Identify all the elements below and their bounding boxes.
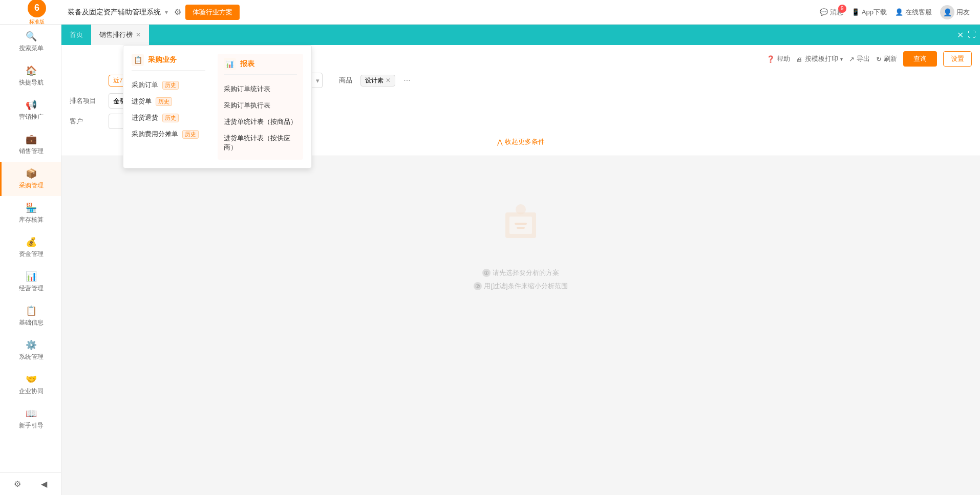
collapse-up-icon: ⋀ <box>497 138 503 146</box>
query-button[interactable]: 查询 <box>903 51 937 67</box>
tab-home[interactable]: 首页 <box>61 25 91 45</box>
logo-icon: 6 <box>28 0 46 17</box>
sidebar-item-basic-info[interactable]: 📋 基础信息 <box>0 299 61 333</box>
guide-icon: 📖 <box>26 408 37 419</box>
menu-item-incoming-stat-product[interactable]: 进货单统计表（按商品） <box>224 114 297 130</box>
enterprise-icon: 🤝 <box>26 374 37 385</box>
system-icon: ⚙️ <box>26 339 37 351</box>
sidebar-item-finance[interactable]: 💰 资金管理 <box>0 230 61 265</box>
collapse-label: 收起更多条件 <box>505 137 545 146</box>
rank-item-label: 排名项目 <box>70 96 100 105</box>
print-arrow: ▾ <box>840 56 843 62</box>
sidebar-item-enterprise[interactable]: 🤝 企业协同 <box>0 368 61 402</box>
help-action[interactable]: ❓ 帮助 <box>766 54 790 63</box>
refresh-action[interactable]: ↻ 刷新 <box>876 54 897 63</box>
purchase-order-stat-label: 采购订单统计表 <box>224 84 270 94</box>
product-tag-value: 设计素 <box>365 76 384 85</box>
product-more[interactable]: ··· <box>403 76 410 85</box>
refresh-label: 刷新 <box>884 54 897 63</box>
top-header: 6 标准版 装备及固定资产辅助管理系统 ▾ ⚙ 体验行业方案 💬 消息 9 📱 … <box>0 0 980 25</box>
empty-tip-2: ② 用[过滤]条件来缩小分析范围 <box>474 282 567 291</box>
sidebar-label-basic-info: 基础信息 <box>19 318 44 327</box>
sidebar-bottom: ⚙ ◀ <box>0 472 61 495</box>
tab-close-all-icon[interactable]: ✕ <box>957 30 964 40</box>
print-icon: 🖨 <box>796 55 803 63</box>
online-service-action[interactable]: 👤 在线客服 <box>895 8 932 17</box>
sidebar-item-guide[interactable]: 📖 新手引导 <box>0 402 61 436</box>
return-history: 历史 <box>162 114 179 122</box>
expense-label: 采购费用分摊单 <box>132 130 178 139</box>
export-action[interactable]: ↗ 导出 <box>849 54 870 63</box>
menu-item-purchase-order-exec[interactable]: 采购订单执行表 <box>224 97 297 114</box>
sidebar-item-sales[interactable]: 💼 销售管理 <box>0 127 61 162</box>
finance-icon: 💰 <box>26 236 37 248</box>
empty-tip-2-text: 用[过滤]条件来缩小分析范围 <box>484 282 567 291</box>
empty-state: ① 请先选择要分析的方案 ② 用[过滤]条件来缩小分析范围 <box>61 156 980 334</box>
purchase-icon: 📦 <box>26 168 37 179</box>
message-badge: 9 <box>838 5 846 13</box>
home-icon: 🏠 <box>26 65 37 76</box>
operations-icon: 📊 <box>26 271 37 282</box>
help-icon: ❓ <box>766 55 775 63</box>
incoming-stat-supplier-label: 进货单统计表（按供应商） <box>224 134 297 152</box>
sidebar-settings-icon[interactable]: ⚙ <box>14 479 21 489</box>
sidebar-item-quick-nav[interactable]: 🏠 快捷导航 <box>0 59 61 93</box>
message-action[interactable]: 💬 消息 9 <box>820 8 843 17</box>
sidebar-label-search: 搜索菜单 <box>19 44 44 53</box>
sidebar-collapse-icon[interactable]: ◀ <box>41 479 47 489</box>
purchase-order-history: 历史 <box>162 81 179 90</box>
tab-bar-right: ✕ ⛶ <box>957 30 980 40</box>
return-label: 进货退货 <box>132 113 158 122</box>
svg-point-2 <box>516 204 526 214</box>
sidebar-label-quick-nav: 快捷导航 <box>19 78 44 87</box>
message-icon: 💬 <box>820 8 828 16</box>
app-download-action[interactable]: 📱 App下载 <box>851 8 887 17</box>
incoming-label: 进货单 <box>132 97 152 106</box>
system-dropdown-arrow[interactable]: ▾ <box>165 9 168 16</box>
sidebar-item-system[interactable]: ⚙️ 系统管理 <box>0 333 61 368</box>
purchase-col-title: 采购业务 <box>148 55 177 64</box>
report-col: 📊 报表 采购订单统计表 采购订单执行表 进货单统计表（按商品） 进货单统计表（… <box>218 54 304 160</box>
online-service-label: 在线客服 <box>905 8 932 17</box>
purchase-col-header: 📋 采购业务 <box>132 54 205 71</box>
svg-rect-1 <box>509 217 532 234</box>
tab-home-label: 首页 <box>70 30 83 39</box>
print-label: 按模板打印 <box>805 54 838 63</box>
sidebar-item-purchase[interactable]: 📦 采购管理 <box>0 162 61 196</box>
sidebar-item-inventory[interactable]: 🏪 库存核算 <box>0 196 61 230</box>
empty-icon <box>495 197 546 258</box>
setting-button[interactable]: 设置 <box>943 51 972 67</box>
logo-subtext: 标准版 <box>29 18 45 26</box>
sidebar-item-operations[interactable]: 📊 经营管理 <box>0 265 61 299</box>
empty-tip-1-text: 请先选择要分析的方案 <box>493 268 559 277</box>
experience-btn[interactable]: 体验行业方案 <box>185 5 240 20</box>
incoming-history: 历史 <box>156 97 172 106</box>
content-area: 首页 销售排行榜 ✕ ✕ ⛶ ❓ 帮助 <box>61 25 980 495</box>
settings-icon[interactable]: ⚙ <box>174 7 181 17</box>
menu-item-incoming-stat-supplier[interactable]: 进货单统计表（按供应商） <box>224 130 297 156</box>
tab-bar: 首页 销售排行榜 ✕ ✕ ⛶ <box>61 25 980 45</box>
product-tag-close[interactable]: ✕ <box>386 77 391 84</box>
menu-item-incoming[interactable]: 进货单 历史 <box>132 93 205 110</box>
help-label: 帮助 <box>777 54 790 63</box>
sidebar-item-marketing[interactable]: 📢 营销推广 <box>0 93 61 127</box>
menu-item-return[interactable]: 进货退货 历史 <box>132 110 205 126</box>
tab-expand-icon[interactable]: ⛶ <box>968 30 976 39</box>
print-action[interactable]: 🖨 按模板打印 ▾ <box>796 54 843 63</box>
menu-item-purchase-order[interactable]: 采购订单 历史 <box>132 77 205 93</box>
sidebar-label-marketing: 营销推广 <box>19 113 44 121</box>
sidebar-item-search[interactable]: 🔍 搜索菜单 <box>0 25 61 59</box>
phone-icon: 📱 <box>851 8 860 16</box>
purchase-dropdown: 📋 采购业务 采购订单 历史 进货单 历史 进货退货 历史 <box>123 45 312 168</box>
header-middle: 装备及固定资产辅助管理系统 ▾ ⚙ 体验行业方案 <box>68 5 820 20</box>
marketing-icon: 📢 <box>26 99 37 111</box>
tab-close-icon[interactable]: ✕ <box>136 31 141 38</box>
menu-item-purchase-order-stat[interactable]: 采购订单统计表 <box>224 81 297 97</box>
tab-sales-ranking[interactable]: 销售排行榜 ✕ <box>91 25 149 45</box>
sidebar-label-finance: 资金管理 <box>19 250 44 259</box>
incoming-stat-product-label: 进货单统计表（按商品） <box>224 117 297 126</box>
header-right: 💬 消息 9 📱 App下载 👤 在线客服 👤 用友 <box>820 5 970 19</box>
menu-item-expense[interactable]: 采购费用分摊单 历史 <box>132 126 205 142</box>
svg-rect-4 <box>517 227 525 229</box>
user-action[interactable]: 👤 用友 <box>940 5 970 19</box>
